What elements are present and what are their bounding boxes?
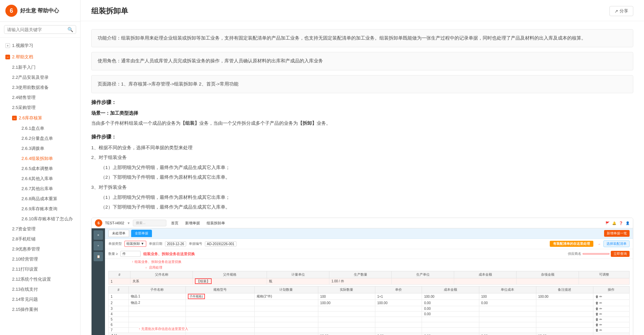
sidebar-item-inventory[interactable]: − 2.6库存核算 bbox=[12, 113, 80, 123]
app-nav-item-home[interactable]: 首页 bbox=[169, 220, 180, 226]
field-value-type[interactable]: 组装拆卸 ▼ bbox=[124, 241, 146, 247]
sidebar-item-inventory-265[interactable]: 2.6.5成本调整单 bbox=[17, 164, 80, 174]
col-adjustable: 可调整 bbox=[579, 271, 630, 278]
sidebar-item-inventory-2610[interactable]: 2.6.10库存账本错了怎么办 bbox=[17, 214, 80, 224]
sidebar-item-label: 2.帮助文档 bbox=[12, 54, 33, 60]
sidebar-item-ops[interactable]: 2.10经营管理 bbox=[12, 254, 80, 264]
app-topbar: 6 TEST-H002 ▼ 搜索... 首页 新增单据 组装拆卸单 🚩 🔔 ❓ … bbox=[92, 218, 633, 228]
intro-text-3: 页面路径：1、库存核算->库存管理->组装拆卸单 2、首页->常用功能 bbox=[98, 81, 238, 87]
annotation-label-3: ↑ 组装业务、拆卸业务在这里切换 bbox=[105, 259, 633, 264]
sidebar-item-print[interactable]: 2.11打印设置 bbox=[12, 264, 80, 274]
share-icon: ↗ bbox=[614, 9, 618, 14]
field-value-date[interactable]: 2019-12-26 bbox=[165, 241, 186, 246]
table-row: 2 物品 2 100.00 100.00 0.00 0.00 bbox=[109, 300, 630, 306]
field-value-supplier[interactable] bbox=[583, 253, 609, 255]
intro-block-1: 功能介绍：组装拆卸单用来处理企业组装或拆卸等加工业务，支持有固定装配清单的产品加… bbox=[91, 29, 633, 47]
form-tab-unprocessed[interactable]: 未处理单 bbox=[108, 230, 129, 237]
col-cost-amt: 成本金额 bbox=[454, 271, 517, 278]
sidebar-item-new-user[interactable]: 2.1新手入门 bbox=[12, 62, 80, 72]
share-label: 分享 bbox=[620, 8, 628, 14]
new-record-button[interactable]: 新增单据一笔 bbox=[604, 230, 630, 237]
app-layout: ≡ + 📋 未处理单 全部单据 新增单据一笔 bbox=[92, 228, 633, 335]
app-icon-bell: 🔔 bbox=[612, 221, 616, 225]
table-row: 5🗑 ✏ bbox=[109, 317, 630, 322]
step-2: 2、对于组装业务 bbox=[91, 153, 633, 162]
search-bar: 🔍 bbox=[0, 22, 80, 38]
app-search-box: 搜索... bbox=[133, 220, 166, 226]
sidebar-item-mobile[interactable]: 2.8手机旺铺 bbox=[12, 234, 80, 244]
sidebar-item-purchase[interactable]: 2.5采购管理 bbox=[12, 103, 80, 113]
sidebar-item-inventory-269[interactable]: 2.6.9库存账本查询 bbox=[17, 204, 80, 214]
sidebar-item-sales[interactable]: 2.4销售管理 bbox=[12, 93, 80, 103]
sidebar-item-inventory-262[interactable]: 2.6.2分量盘点单 bbox=[17, 133, 80, 144]
main-content: 组装拆卸单 ↗ 分享 功能介绍：组装拆卸单用来处理企业组装或拆卸等加工业务，支持… bbox=[80, 0, 644, 335]
sidebar-item-help-docs[interactable]: − 2.帮助文档 bbox=[0, 52, 80, 62]
form-fields-row2: 数量 ≥ 件 组装业务、拆卸业务在这里切换 供应商名 立即查询 bbox=[105, 249, 633, 259]
field-value-num[interactable]: AD-20191226-001 bbox=[205, 241, 236, 246]
col-prod-unit: 生产单位 bbox=[392, 271, 454, 278]
step-3a: （1）上部明细为父件明细，最终作为原材料生成其它出库单； bbox=[91, 193, 633, 202]
nav-tree: + 1.视频学习 − 2.帮助文档 2.1新手入门 2.2产品安装及登录 2.3… bbox=[0, 38, 80, 335]
sidebar-item-label: 2.6库存核算 bbox=[19, 115, 42, 121]
app-nav-item-new[interactable]: 新增单据 bbox=[183, 220, 202, 226]
search-input[interactable] bbox=[7, 27, 67, 32]
sidebar-item-label: 1.视频学习 bbox=[12, 43, 33, 49]
sidebar-item-inventory-261[interactable]: 2.6.1盘点单 bbox=[17, 123, 80, 133]
app-icon-flag: 🚩 bbox=[605, 221, 609, 225]
sidebar-item-inventory-264[interactable]: 2.6.4组装拆卸单 bbox=[17, 154, 80, 164]
field-label-qty: 数量 ≥ bbox=[108, 252, 118, 256]
select-config-btn[interactable]: 选择装配清单 bbox=[603, 240, 630, 247]
screenshot-inner: 6 TEST-H002 ▼ 搜索... 首页 新增单据 组装拆卸单 🚩 🔔 ❓ … bbox=[92, 218, 633, 335]
field-value-qty[interactable]: 件 bbox=[120, 251, 141, 257]
search-icon[interactable]: 🔍 bbox=[67, 27, 73, 32]
step-1: 1、根据不同的业务，选择不同单据的类型来处理 bbox=[91, 144, 633, 152]
form-tab-all[interactable]: 全部单据 bbox=[131, 230, 152, 237]
sidebar-item-online-pay[interactable]: 2.13在线支付 bbox=[12, 284, 80, 294]
app-icon-group: 🚩 🔔 ❓ 👤 bbox=[605, 221, 630, 225]
sidebar-item-finance[interactable]: 2.7资金管理 bbox=[12, 224, 80, 234]
step-3b: （2）下部明细为子件明细，最终作为产成品生成其它入库单。 bbox=[91, 203, 633, 212]
article-body: 功能介绍：组装拆卸单用来处理企业组装或拆卸等加工业务，支持有固定装配清单的产品加… bbox=[80, 21, 644, 335]
step-3: 3、对于拆装业务 bbox=[91, 183, 633, 192]
col-hash: # bbox=[109, 271, 130, 278]
table-row: 1 关系 【组装】 瓶 1.00 / 件 bbox=[109, 278, 630, 285]
table-row: 30.00🗑 ✏ bbox=[109, 306, 630, 312]
query-button[interactable]: 立即查询 bbox=[611, 251, 630, 257]
main-header: 组装拆卸单 ↗ 分享 bbox=[80, 0, 644, 21]
sidebar-item-video-learning[interactable]: + 1.视频学习 bbox=[0, 40, 80, 51]
col-unit: 计量单位 bbox=[267, 271, 329, 278]
intro-text-2: 使用角色：通常由生产人员或库管人员完成拆装业务的操作，库管人员确认原材料的出库和… bbox=[98, 58, 323, 63]
collapse-icon-inventory: − bbox=[12, 116, 17, 120]
sidebar-item-inventory-268[interactable]: 2.6.8商品成本重算 bbox=[17, 194, 80, 204]
sidebar-icon-2: + bbox=[94, 241, 103, 250]
app-main-panel: 未处理单 全部单据 新增单据一笔 单据类型 组装拆卸 ▼ 单据日期 bbox=[105, 228, 633, 335]
sidebar-item-install[interactable]: 2.2产品安装及登录 bbox=[12, 72, 80, 82]
sidebar-item-cases[interactable]: 2.15操作案例 bbox=[12, 304, 80, 315]
sidebar-item-coupon[interactable]: 2.9优惠券管理 bbox=[12, 244, 80, 254]
nav-sub-items-inventory: 2.6.1盘点单 2.6.2分量盘点单 2.6.3调拨单 2.6.4组装拆卸单 … bbox=[12, 123, 80, 224]
field-label-date: 单据日期 bbox=[149, 241, 162, 246]
bottom-table-area: ↑ 无需批次库存信息在这里置空入 # 子件名称 规格型号 计划数量 bbox=[105, 286, 633, 335]
arrow-icon-1: → bbox=[597, 242, 601, 246]
field-label-type: 单据类型 bbox=[108, 241, 122, 246]
step-2b: （2）下部明细为子件明细，最终作为原材料生成其它出库单。 bbox=[91, 173, 633, 182]
nav-section-video: + 1.视频学习 bbox=[0, 40, 80, 51]
sidebar-icon-1: ≡ bbox=[94, 230, 103, 240]
sidebar-item-data-prep[interactable]: 2.3使用前数据准备 bbox=[12, 82, 80, 93]
app-nav-item-current[interactable]: 组装拆卸单 bbox=[205, 220, 227, 226]
sidebar-item-faq[interactable]: 2.14常见问题 bbox=[12, 294, 80, 304]
screenshot-wrap: 6 TEST-H002 ▼ 搜索... 首页 新增单据 组装拆卸单 🚩 🔔 ❓ … bbox=[91, 218, 633, 335]
expand-icon: + bbox=[5, 43, 10, 48]
share-button[interactable]: ↗ 分享 bbox=[609, 6, 633, 16]
sidebar-item-inventory-267[interactable]: 2.6.7其他出库单 bbox=[17, 184, 80, 194]
col-prod-qty: 生产数量 bbox=[329, 271, 392, 278]
sidebar-item-inventory-266[interactable]: 2.6.6其他入库单 bbox=[17, 174, 80, 184]
sidebar-item-inventory-263[interactable]: 2.6.3调拨单 bbox=[17, 144, 80, 154]
col-parent-name: 父件名称 bbox=[130, 271, 193, 278]
steps-list: 1、根据不同的业务，选择不同单据的类型来处理 2、对于组装业务 （1）上部明细为… bbox=[91, 144, 633, 212]
nav-sub-items-docs: 2.1新手入门 2.2产品安装及登录 2.3使用前数据准备 2.4销售管理 2.… bbox=[0, 62, 80, 315]
logo-icon: 6 bbox=[5, 5, 17, 17]
sidebar-item-personalize[interactable]: 2.12系统个性化设置 bbox=[12, 274, 80, 284]
top-table-area: # 父件名称 父件规格 计量单位 生产数量 生产单位 成本金额 杂项金额 可调整 bbox=[105, 271, 633, 286]
form-fields-area: 单据类型 组装拆卸 ▼ 单据日期 2019-12-26 单据编号 AD-2019… bbox=[105, 239, 633, 264]
